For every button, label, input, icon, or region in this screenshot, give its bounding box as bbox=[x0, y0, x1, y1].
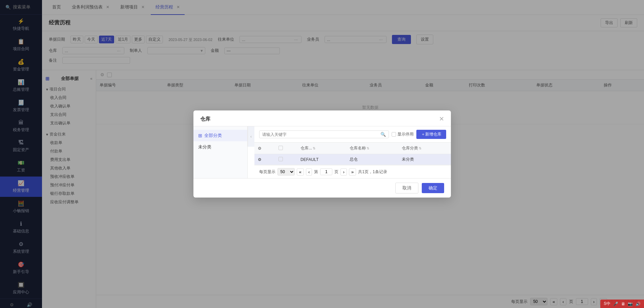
warehouse-table: ⚙ 仓库...⇅ 仓库名称⇅ bbox=[254, 143, 451, 165]
modal-right-panel: 🔍 显示停用 ＋新增仓库 ⚙ bbox=[254, 126, 451, 178]
collapse-category-btn[interactable]: ‹ bbox=[248, 126, 254, 147]
modal-all-category[interactable]: ⊞ 全部分类 bbox=[193, 130, 247, 141]
modal-col-code: 仓库...⇅ bbox=[297, 143, 346, 154]
modal-uncategorized[interactable]: 未分类 bbox=[193, 141, 247, 153]
row-category: 未分类 bbox=[398, 154, 451, 165]
row-settings-icon: ⚙ bbox=[254, 154, 275, 165]
modal-category-panel: ⊞ 全部分类 未分类 bbox=[193, 126, 248, 178]
modal-last-page-btn[interactable]: » bbox=[349, 168, 356, 176]
select-all-checkbox[interactable] bbox=[278, 146, 283, 150]
row-checkbox[interactable] bbox=[275, 154, 297, 165]
modal-search-wrap[interactable]: 🔍 bbox=[259, 130, 389, 138]
taskbar-mic-icon[interactable]: 🎤 bbox=[613, 302, 618, 306]
modal-search-icon: 🔍 bbox=[380, 132, 386, 137]
modal-close-button[interactable]: ✕ bbox=[439, 115, 444, 123]
taskbar-sound-icon[interactable]: 🔊 bbox=[636, 302, 641, 306]
taskbar-camera-icon[interactable]: 📷 bbox=[628, 302, 633, 306]
modal-next-page-btn[interactable]: › bbox=[340, 168, 347, 176]
modal-page-size-select[interactable]: 50 100 bbox=[277, 168, 295, 176]
show-disabled-text: 显示停用 bbox=[397, 131, 414, 137]
modal-pagination: 每页显示 50 100 « ‹ 第 页 › » 共1页，1条记录 bbox=[254, 165, 451, 178]
modal-col-category: 仓库分类⇅ bbox=[398, 143, 451, 154]
modal-footer: 取消 确定 bbox=[193, 178, 451, 198]
row-select-checkbox[interactable] bbox=[278, 157, 283, 161]
add-warehouse-button[interactable]: ＋新增仓库 bbox=[416, 130, 446, 139]
warehouse-modal: 仓库 ✕ ⊞ 全部分类 未分类 ‹ bbox=[193, 110, 451, 198]
taskbar-brand: S中 bbox=[604, 301, 610, 307]
show-disabled-label[interactable]: 显示停用 bbox=[392, 131, 414, 137]
modal-title: 仓库 bbox=[200, 116, 210, 122]
modal-cancel-button[interactable]: 取消 bbox=[395, 183, 418, 193]
modal-col-check bbox=[275, 143, 297, 154]
modal-search-input[interactable] bbox=[262, 132, 380, 137]
modal-col-settings: ⚙ bbox=[254, 143, 275, 154]
show-disabled-checkbox[interactable] bbox=[392, 132, 396, 137]
modal-header: 仓库 ✕ bbox=[193, 110, 451, 126]
taskbar: S中 🎤 🖥 📷 🔊 bbox=[600, 300, 644, 308]
row-code: DEFAULT bbox=[297, 154, 346, 165]
modal-first-page-btn[interactable]: « bbox=[297, 168, 304, 176]
modal-confirm-button[interactable]: 确定 bbox=[422, 183, 444, 193]
grid-icon: ⊞ bbox=[198, 133, 202, 138]
modal-col-name: 仓库名称⇅ bbox=[346, 143, 398, 154]
modal-all-category-label: 全部分类 bbox=[204, 132, 222, 139]
modal-body: ⊞ 全部分类 未分类 ‹ 🔍 显 bbox=[193, 126, 451, 178]
row-name: 总仓 bbox=[346, 154, 398, 165]
modal-page-input[interactable] bbox=[320, 168, 332, 175]
modal-toolbar: 🔍 显示停用 ＋新增仓库 bbox=[254, 126, 451, 143]
taskbar-screen-icon[interactable]: 🖥 bbox=[621, 302, 625, 306]
modal-page-suffix: 页 bbox=[334, 169, 338, 175]
warehouse-table-row[interactable]: ⚙ DEFAULT 总仓 未分类 bbox=[254, 154, 451, 165]
modal-page-size-label: 每页显示 bbox=[259, 169, 275, 175]
modal-overlay: 仓库 ✕ ⊞ 全部分类 未分类 ‹ bbox=[0, 0, 644, 308]
modal-table-wrap: ⚙ 仓库...⇅ 仓库名称⇅ bbox=[254, 143, 451, 165]
modal-table-header-row: ⚙ 仓库...⇅ 仓库名称⇅ bbox=[254, 143, 451, 154]
modal-prev-page-btn[interactable]: ‹ bbox=[306, 168, 312, 176]
modal-total-info: 共1页，1条记录 bbox=[358, 169, 387, 175]
uncategorized-label: 未分类 bbox=[198, 144, 211, 150]
modal-page-label: 第 bbox=[314, 169, 318, 175]
